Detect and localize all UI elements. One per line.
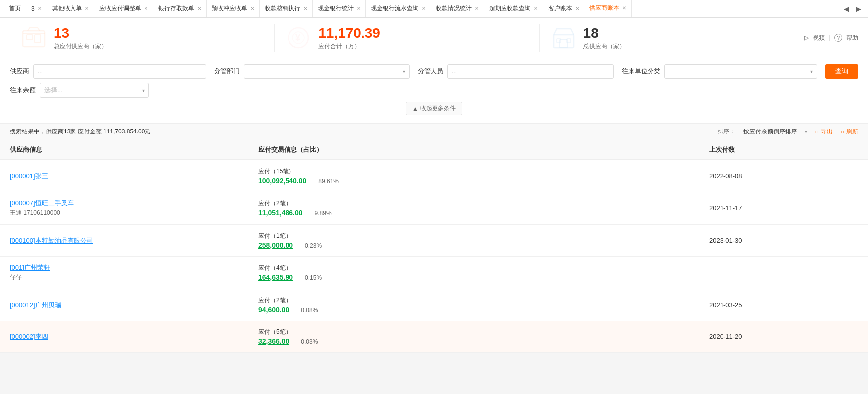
nav-tab-pre-collect-close[interactable]: ✕ xyxy=(250,6,254,11)
payable-amount-1[interactable]: 100,092,540.00 xyxy=(258,177,306,185)
svg-rect-0 xyxy=(23,31,45,47)
nav-tab-pre-collect[interactable]: 预收冲应收单 ✕ xyxy=(207,0,260,18)
last-pay-date-6: 2020-11-20 xyxy=(709,333,742,340)
collapse-button[interactable]: ▲ 收起更多条件 xyxy=(406,102,462,115)
balance-filter-label: 往来余额 xyxy=(10,86,36,95)
nav-tab-cash-bank-flow-close[interactable]: ✕ xyxy=(422,6,426,11)
total-payable-suppliers-label: 总应付供应商（家） xyxy=(54,42,107,51)
sort-value[interactable]: 按应付余额倒序排序 xyxy=(743,128,797,136)
category-filter-label: 往来单位分类 xyxy=(622,67,660,76)
sort-dropdown-icon[interactable]: ▾ xyxy=(805,129,807,134)
nav-tab-3[interactable]: 3 ✕ xyxy=(26,0,47,18)
supplier-info-1: [000001]张三 xyxy=(10,172,258,181)
nav-tab-bank-deposit-close[interactable]: ✕ xyxy=(197,6,201,11)
payable-amount-3[interactable]: 258,000.00 xyxy=(258,241,293,249)
nav-tab-receipt-verify[interactable]: 收款核销执行 ✕ xyxy=(260,0,313,18)
payable-amount-2[interactable]: 11,051,486.00 xyxy=(258,209,303,217)
table-header: 供应商信息 应付交易信息（占比） 上次付数 xyxy=(0,140,868,160)
last-pay-date-1: 2022-08-08 xyxy=(709,172,742,180)
balance-filter-select[interactable]: 选择... ▾ xyxy=(40,83,149,98)
dept-dropdown-icon: ▾ xyxy=(403,69,405,74)
export-button[interactable]: ○ 导出 xyxy=(815,128,833,136)
result-bar: 搜索结果中，供应商13家 应付金额 111,703,854.00元 排序： 按应… xyxy=(0,124,868,140)
nav-tab-overdue-ar[interactable]: 超期应收款查询 ✕ xyxy=(484,0,543,18)
result-summary: 搜索结果中，供应商13家 应付金额 111,703,854.00元 xyxy=(10,128,150,136)
table-container: 供应商信息 应付交易信息（占比） 上次付数 [000001]张三 应付（15笔）… xyxy=(0,140,868,353)
video-icon: ▷ xyxy=(804,34,809,41)
nav-tab-supplier-ledger[interactable]: 供应商账本 ✕ xyxy=(584,0,632,18)
payable-amount-5[interactable]: 94,600.00 xyxy=(258,306,289,314)
total-suppliers: 18 xyxy=(583,25,625,42)
nav-tab-receipt-stat-close[interactable]: ✕ xyxy=(475,6,479,11)
nav-tab-customer-ledger-close[interactable]: ✕ xyxy=(575,6,579,11)
top-right-links: ▷ 视频 | ? 帮助 xyxy=(804,34,858,42)
summary-content-payable: 11,170.39 应付合计（万） xyxy=(318,25,380,51)
dept-filter-select[interactable]: ▾ xyxy=(244,64,410,79)
filter-row-2: 往来余额 选择... ▾ xyxy=(10,83,858,98)
nav-tab-receipt-stat[interactable]: 收款情况统计 ✕ xyxy=(431,0,484,18)
search-button[interactable]: 查询 xyxy=(825,64,858,79)
category-filter-select[interactable]: ▾ xyxy=(664,64,818,79)
nav-tab-ar-ap-adjust-close[interactable]: ✕ xyxy=(144,6,148,11)
nav-tab-overdue-ar-close[interactable]: ✕ xyxy=(534,6,538,11)
payable-count-5: 应付（2笔） xyxy=(258,296,709,305)
payable-count-3: 应付（1笔） xyxy=(258,232,709,240)
nav-arrow-left[interactable]: ◀ xyxy=(840,0,852,18)
help-link[interactable]: 帮助 xyxy=(846,34,858,42)
nav-tab-customer-ledger[interactable]: 客户账本 ✕ xyxy=(543,0,584,18)
total-payable-amount-label: 应付合计（万） xyxy=(318,42,380,51)
supplier-link-4[interactable]: [001]广州荣轩 xyxy=(10,264,50,271)
supplier-sub-2: 王通 17106110000 xyxy=(10,209,258,217)
summary-card-payable: ¥ 11,170.39 应付合计（万） xyxy=(275,24,539,52)
supplier-link-2[interactable]: [000007]恒旺二手叉车 xyxy=(10,199,74,207)
nav-tab-ar-ap-adjust[interactable]: 应收应付调整单 ✕ xyxy=(94,0,153,18)
nav-tab-cash-bank-stat[interactable]: 现金银行统计 ✕ xyxy=(313,0,366,18)
supplier-link-5[interactable]: [000012]广州贝瑞 xyxy=(10,301,61,309)
supplier-link-6[interactable]: [000002]李四 xyxy=(10,333,48,340)
payable-pct-5: 0.08% xyxy=(301,307,318,314)
nav-tab-other-income-label: 其他收入单 xyxy=(52,4,82,13)
divider: | xyxy=(829,34,830,41)
payable-pct-4: 0.15% xyxy=(305,274,322,281)
supplier-link-1[interactable]: [000001]张三 xyxy=(10,172,48,180)
payable-count-4: 应付（4笔） xyxy=(258,264,709,272)
table-row: [001]广州荣轩 仔仔 应付（4笔） 164,635.90 0.15% xyxy=(0,257,868,289)
nav-tab-bank-deposit[interactable]: 银行存取款单 ✕ xyxy=(153,0,207,18)
refresh-button[interactable]: ○ 刷新 xyxy=(841,128,858,136)
person-filter-placeholder: ... xyxy=(452,68,457,75)
category-dropdown-icon: ▾ xyxy=(810,69,813,74)
nav-tab-3-close[interactable]: ✕ xyxy=(38,6,42,11)
payable-amount-6[interactable]: 32,366.00 xyxy=(258,337,289,345)
nav-tab-receipt-verify-label: 收款核销执行 xyxy=(265,4,300,13)
person-filter-input[interactable]: ... xyxy=(447,64,614,79)
nav-tab-supplier-ledger-close[interactable]: ✕ xyxy=(622,5,626,11)
filter-dept: 分管部门 ▾ xyxy=(214,64,410,79)
nav-arrow-right[interactable]: ▶ xyxy=(852,0,864,18)
supplier-info-3: [000100]本特勤油品有限公司 xyxy=(10,236,258,245)
top-navigation: 首页 3 ✕ 其他收入单 ✕ 应收应付调整单 ✕ 银行存取款单 ✕ 预收冲应收单… xyxy=(0,0,868,18)
nav-tab-cash-bank-stat-close[interactable]: ✕ xyxy=(357,6,361,11)
nav-tab-other-income-close[interactable]: ✕ xyxy=(85,6,89,11)
supplier-link-3[interactable]: [000100]本特勤油品有限公司 xyxy=(10,237,93,244)
supplier-filter-input[interactable]: ... xyxy=(33,64,206,79)
video-link[interactable]: 视频 xyxy=(813,34,825,42)
payable-info-4: 应付（4笔） 164,635.90 0.15% xyxy=(258,264,709,281)
nav-tab-home-label: 首页 xyxy=(9,4,21,13)
summary-content-total: 18 总供应商（家） xyxy=(583,25,625,51)
result-bar-right: 排序： 按应付余额倒序排序 ▾ ○ 导出 ○ 刷新 xyxy=(718,128,859,136)
nav-tab-cash-bank-flow[interactable]: 现金银行流水查询 ✕ xyxy=(366,0,431,18)
nav-tab-receipt-verify-close[interactable]: ✕ xyxy=(303,6,307,11)
supplier-filter-placeholder: ... xyxy=(38,68,43,75)
payable-amount-4[interactable]: 164,635.90 xyxy=(258,273,293,281)
nav-tab-home[interactable]: 首页 xyxy=(4,0,26,18)
last-pay-6: 2020-11-20 xyxy=(709,333,858,340)
payable-info-2: 应付（2笔） 11,051,486.00 9.89% xyxy=(258,199,709,217)
total-suppliers-label: 总供应商（家） xyxy=(583,42,625,51)
payable-pct-2: 9.89% xyxy=(315,210,332,217)
supplier-info-5: [000012]广州贝瑞 xyxy=(10,301,258,310)
nav-tab-bank-deposit-label: 银行存取款单 xyxy=(158,4,194,13)
nav-tab-other-income[interactable]: 其他收入单 ✕ xyxy=(47,0,94,18)
filter-balance: 往来余额 选择... ▾ xyxy=(10,83,149,98)
filter-supplier: 供应商 ... xyxy=(10,64,206,79)
nav-tab-receipt-stat-label: 收款情况统计 xyxy=(436,4,472,13)
